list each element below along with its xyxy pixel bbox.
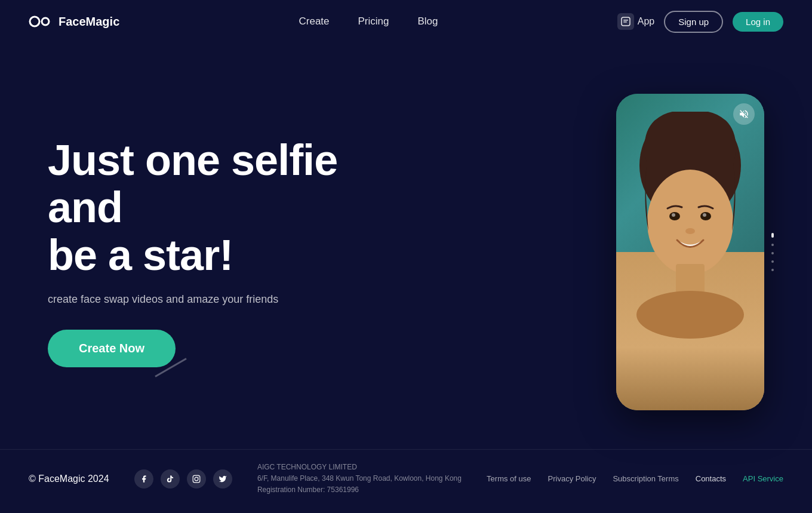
- nav-pricing[interactable]: Pricing: [358, 16, 389, 27]
- app-icon: [617, 13, 634, 30]
- footer-social: [134, 469, 232, 489]
- mute-button[interactable]: [733, 103, 755, 125]
- hero-section: Just one selfie and be a star! create fa…: [0, 43, 812, 449]
- scroll-dot-4: [771, 260, 774, 263]
- app-label: App: [638, 16, 654, 27]
- twitter-icon[interactable]: [213, 469, 232, 489]
- svg-point-8: [636, 291, 744, 339]
- scroll-dot-2: [771, 244, 774, 246]
- svg-rect-3: [623, 20, 628, 21]
- tiktok-icon[interactable]: [161, 469, 180, 489]
- main-nav: Create Pricing Blog: [299, 16, 438, 27]
- svg-rect-4: [623, 21, 627, 23]
- instagram-icon[interactable]: [187, 469, 206, 489]
- privacy-policy-link[interactable]: Privacy Policy: [548, 474, 596, 483]
- hero-subtitle: create face swap videos and amaze your f…: [48, 293, 406, 306]
- video-card: [616, 94, 764, 410]
- svg-point-15: [195, 477, 198, 481]
- facebook-icon[interactable]: [134, 469, 153, 489]
- footer: © FaceMagic 2024 AIGC TECHNOLOGY LIMITED…: [0, 449, 812, 508]
- api-service-link[interactable]: API Service: [743, 474, 783, 483]
- signup-button[interactable]: Sign up: [664, 11, 723, 33]
- create-now-button[interactable]: Create Now: [48, 330, 176, 367]
- footer-copyright: © FaceMagic 2024: [29, 474, 109, 484]
- header-right: App Sign up Log in: [617, 11, 783, 33]
- svg-point-11: [672, 213, 675, 217]
- svg-point-16: [198, 477, 198, 477]
- scroll-dots: [771, 233, 774, 271]
- scroll-dot-1: [771, 233, 774, 238]
- logo-text: FaceMagic: [59, 15, 119, 29]
- svg-point-6: [647, 170, 733, 275]
- subscription-terms-link[interactable]: Subscription Terms: [613, 474, 678, 483]
- hero-content: Just one selfie and be a star! create fa…: [48, 137, 406, 367]
- nav-create[interactable]: Create: [299, 16, 330, 27]
- contacts-link[interactable]: Contacts: [696, 474, 726, 483]
- terms-of-use-link[interactable]: Terms of use: [487, 474, 531, 483]
- svg-point-0: [30, 17, 39, 26]
- scroll-dot-5: [771, 269, 774, 271]
- svg-rect-14: [193, 475, 200, 483]
- footer-company-info: AIGC TECHNOLOGY LIMITED 6/F, Manulife Pl…: [257, 462, 462, 496]
- svg-point-1: [42, 18, 49, 25]
- svg-rect-7: [676, 264, 705, 294]
- hero-title: Just one selfie and be a star!: [48, 137, 406, 279]
- logo-icon: [29, 13, 53, 30]
- svg-point-13: [685, 228, 695, 234]
- footer-links: Terms of use Privacy Policy Subscription…: [487, 474, 783, 483]
- login-button[interactable]: Log in: [733, 12, 783, 32]
- scroll-dot-3: [771, 252, 774, 254]
- svg-point-12: [703, 213, 706, 217]
- logo[interactable]: FaceMagic: [29, 13, 119, 30]
- video-preview-card: [616, 94, 764, 410]
- nav-blog[interactable]: Blog: [418, 16, 438, 27]
- app-download-link[interactable]: App: [617, 13, 654, 30]
